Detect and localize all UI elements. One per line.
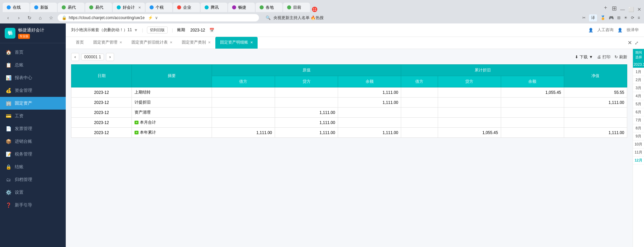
url-settings-icon[interactable]: ⚡: [148, 15, 153, 20]
back-button[interactable]: ‹: [4, 14, 12, 22]
period-item-10月[interactable]: 10月: [633, 140, 644, 148]
user-icon: 👤: [618, 28, 623, 33]
browser-tab-tab10[interactable]: 各地: [256, 3, 282, 12]
accum-balance-cell: 1,055.45: [501, 87, 564, 98]
sidebar-item-payroll[interactable]: 💳工资: [0, 110, 66, 122]
orig-credit-cell: 1,111.00: [275, 128, 338, 138]
next-page-button[interactable]: ›: [106, 53, 114, 61]
switch-version-button[interactable]: 切到旧版: [147, 26, 168, 34]
period-item-4月[interactable]: 4月: [633, 92, 644, 100]
period-item-7月[interactable]: 7月: [633, 116, 644, 124]
browser-tab-tab4[interactable]: 易代: [85, 3, 112, 12]
reward-icon[interactable]: 🏅: [600, 15, 605, 20]
sidebar-item-archive-mgmt[interactable]: 🗂归档管理: [0, 173, 66, 186]
orig-debit-cell: [212, 118, 275, 128]
browser-tab-tab3[interactable]: 易代: [58, 3, 85, 12]
sidebar-item-invoice-mgmt[interactable]: 📄发票管理: [0, 122, 66, 135]
page-tab-close-icon[interactable]: ✕: [250, 41, 253, 44]
sidebar-item-label: 发票管理: [15, 126, 32, 132]
refresh-button[interactable]: ↻ 刷新: [614, 54, 627, 60]
browser-tab-tab5[interactable]: 好会计✕: [113, 3, 145, 12]
download-button[interactable]: ⬇ 下载 ▼: [575, 54, 593, 60]
browser-tab-tab9[interactable]: 畅捷: [228, 3, 255, 12]
browser-tab-tab6[interactable]: 个税: [146, 3, 172, 12]
browser-tab-tab7[interactable]: 企业: [173, 3, 200, 12]
logo-badge: 专业版: [18, 34, 30, 39]
browser-tab-tab2[interactable]: 新版: [30, 3, 57, 12]
page-tab-fixed-asset-detail[interactable]: 固定资产明细账✕: [215, 37, 258, 49]
settings-icon[interactable]: ⟳: [631, 15, 634, 20]
payroll-icon: 💳: [5, 113, 11, 119]
download-dropdown-icon[interactable]: ▼: [589, 55, 593, 59]
sidebar-item-label: 固定资产: [15, 100, 32, 106]
page-tab-fixed-asset-depr[interactable]: 固定资产折旧统计表✕: [127, 37, 177, 49]
maximize-button[interactable]: ⬜: [628, 7, 634, 12]
print-button[interactable]: 🖨 打印: [597, 54, 610, 60]
close-button[interactable]: ✕: [637, 7, 641, 12]
table-row: 2023-12 资产清理 1,111.00: [71, 108, 627, 118]
browser-tab-tab8[interactable]: 腾讯: [201, 3, 227, 12]
period-item-12月[interactable]: 12月: [633, 157, 644, 165]
bookmark-button[interactable]: ☆: [47, 14, 55, 22]
sidebar-item-fund-mgmt[interactable]: 💰资金管理: [0, 84, 66, 97]
close-panel-icon[interactable]: ✕: [628, 40, 632, 46]
app-container: 畅 畅捷通好会计 专业版 🏠首页📋总账📊报表中心💰资金管理🏢固定资产💳工资📄发票…: [0, 23, 644, 247]
page-tab-fixed-asset-cat[interactable]: 固定资产类别✕: [177, 37, 215, 49]
grid-icon[interactable]: ⊞: [617, 15, 621, 20]
sidebar-item-general-ledger[interactable]: 📋总账: [0, 59, 66, 71]
period-item-3月[interactable]: 3月: [633, 84, 644, 92]
browser-tab-tab11[interactable]: 目前: [283, 3, 310, 12]
period-item-2月[interactable]: 2月: [633, 76, 644, 84]
sidebar-item-reports[interactable]: 📊报表中心: [0, 71, 66, 84]
minimize-button[interactable]: —: [620, 7, 625, 12]
period-item-2023.12[interactable]: 2023.12: [633, 61, 644, 68]
url-dropdown-icon[interactable]: ∨: [155, 15, 158, 20]
page-tab-close-icon[interactable]: ✕: [170, 41, 172, 44]
period-selector: 期间选择 2023.121月2月3月4月5月6月7月8月9月10月11月12月: [633, 49, 644, 247]
expand-icon[interactable]: ⤢: [635, 40, 639, 46]
period-item-5月[interactable]: 5月: [633, 100, 644, 108]
home-button[interactable]: ⌂: [36, 14, 44, 22]
reload-button[interactable]: ↻: [25, 14, 34, 22]
sidebar-item-settings[interactable]: ⚙️设置: [0, 186, 66, 199]
scissors-icon[interactable]: ✂: [582, 15, 586, 20]
brightness-icon[interactable]: ☀: [624, 15, 628, 20]
period-item-8月[interactable]: 8月: [633, 124, 644, 132]
page-tab-fixed-asset-mgmt[interactable]: 固定资产管理✕: [89, 37, 127, 49]
page-tab-close-icon[interactable]: ✕: [208, 41, 211, 44]
user-btn[interactable]: 徐泽华: [627, 27, 639, 33]
period-item-6月[interactable]: 6月: [633, 108, 644, 116]
sidebar-item-tax-mgmt[interactable]: 📝税务管理: [0, 148, 66, 161]
tab-favicon: [260, 5, 264, 9]
page-tab-label: 固定资产折旧统计表: [131, 40, 168, 45]
sidebar-item-guide[interactable]: ❓新手引导: [0, 199, 66, 211]
period-calendar-icon[interactable]: 📅: [209, 28, 214, 33]
period-item-11月[interactable]: 11月: [633, 148, 644, 157]
sidebar-item-closing[interactable]: 🔒结账: [0, 161, 66, 173]
page-tab-home[interactable]: 首页: [71, 37, 89, 49]
page-tab-label: 首页: [76, 40, 84, 45]
sidebar-item-label: 归档管理: [15, 177, 32, 183]
tab-menu-button[interactable]: ⊞: [612, 5, 617, 12]
support-btn[interactable]: 人工咨询: [597, 27, 613, 33]
prev-page-button[interactable]: ‹: [71, 53, 79, 61]
sidebar-item-purchase-sales[interactable]: 📦进销台账: [0, 135, 66, 148]
browser-tab-tab1[interactable]: 在线: [3, 3, 30, 12]
menu-icon[interactable]: ≡: [638, 15, 640, 20]
summary-cell: 资产清理: [132, 108, 212, 118]
period-item-1月[interactable]: 1月: [633, 68, 644, 76]
tab-close-icon[interactable]: ✕: [138, 6, 141, 9]
period-item-9月[interactable]: 9月: [633, 132, 644, 140]
page-tab-close-icon[interactable]: ✕: [119, 41, 122, 44]
accum-balance-cell: [501, 98, 564, 108]
sidebar-item-home[interactable]: 🏠首页: [0, 46, 66, 59]
summary-cell: 计提折旧: [132, 98, 212, 108]
game-icon[interactable]: 🎮: [609, 15, 614, 20]
tab-favicon: [34, 5, 38, 9]
translate-icon[interactable]: 译: [589, 14, 597, 21]
new-tab-button[interactable]: +: [601, 3, 610, 12]
sidebar-item-fixed-assets[interactable]: 🏢固定资产: [0, 97, 66, 110]
forward-button[interactable]: ›: [15, 14, 23, 22]
url-bar[interactable]: 🔒 https://cloud.chanjet.com/accounting/u…: [58, 14, 259, 21]
dropdown-icon[interactable]: ▼: [134, 28, 138, 33]
